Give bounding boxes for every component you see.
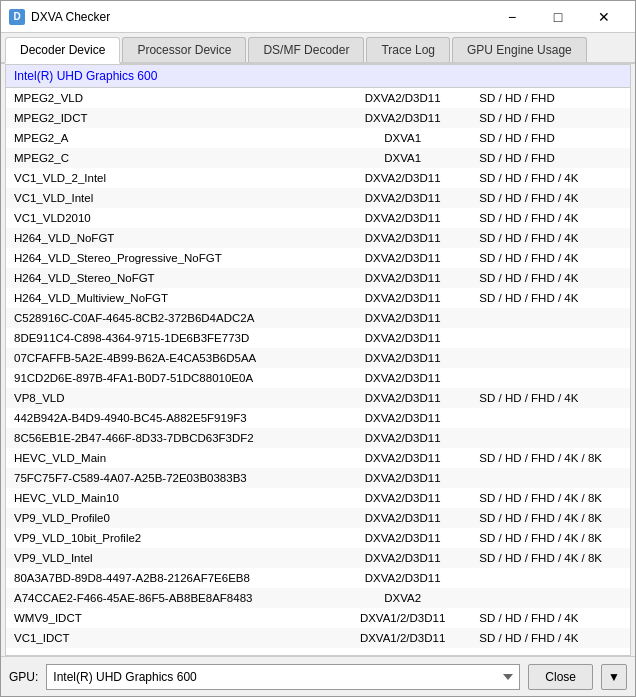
- codec-name: VC1_VLD_2_Intel: [6, 168, 334, 188]
- resolution: [471, 408, 630, 428]
- codec-name: 07CFAFFB-5A2E-4B99-B62A-E4CA53B6D5AA: [6, 348, 334, 368]
- resolution: SD / HD / FHD: [471, 148, 630, 168]
- codec-name: MPEG2_A: [6, 128, 334, 148]
- api-version: DXVA2/D3D11: [334, 268, 471, 288]
- api-version: DXVA2/D3D11: [334, 508, 471, 528]
- resolution: [471, 588, 630, 608]
- table-row: 07CFAFFB-5A2E-4B99-B62A-E4CA53B6D5AADXVA…: [6, 348, 630, 368]
- table-row: 442B942A-B4D9-4940-BC45-A882E5F919F3DXVA…: [6, 408, 630, 428]
- table-row: H264_VLD_Stereo_NoFGTDXVA2/D3D11SD / HD …: [6, 268, 630, 288]
- tab-ds-mf-decoder[interactable]: DS/MF Decoder: [248, 37, 364, 62]
- resolution: [471, 568, 630, 588]
- api-version: DXVA2/D3D11: [334, 468, 471, 488]
- table-row: VC1_IDCTDXVA1/2/D3D11SD / HD / FHD / 4K: [6, 628, 630, 648]
- api-version: DXVA2/D3D11: [334, 428, 471, 448]
- close-window-button[interactable]: ✕: [581, 1, 627, 33]
- title-bar-left: D DXVA Checker: [9, 9, 110, 25]
- table-row: MPEG2_VLDDXVA2/D3D11SD / HD / FHD: [6, 88, 630, 108]
- resolution: SD / HD / FHD / 4K: [471, 208, 630, 228]
- resolution: [471, 348, 630, 368]
- api-version: DXVA2/D3D11: [334, 208, 471, 228]
- table-row: MPEG2_ADXVA1SD / HD / FHD: [6, 128, 630, 148]
- minimize-button[interactable]: −: [489, 1, 535, 33]
- app-icon: D: [9, 9, 25, 25]
- api-version: DXVA2/D3D11: [334, 188, 471, 208]
- tab-decoder-device[interactable]: Decoder Device: [5, 37, 120, 64]
- codec-name: VC1_VLD_Intel: [6, 188, 334, 208]
- api-version: DXVA1/2/D3D11: [334, 628, 471, 648]
- resolution: SD / HD / FHD / 4K: [471, 188, 630, 208]
- resolution: SD / HD / FHD / 4K: [471, 168, 630, 188]
- gpu-header: Intel(R) UHD Graphics 600: [6, 65, 630, 88]
- decoder-table-container[interactable]: MPEG2_VLDDXVA2/D3D11SD / HD / FHDMPEG2_I…: [6, 88, 630, 655]
- table-row: VP9_VLD_10bit_Profile2DXVA2/D3D11SD / HD…: [6, 528, 630, 548]
- api-version: DXVA1/2/D3D11: [334, 608, 471, 628]
- resolution: SD / HD / FHD / 4K / 8K: [471, 548, 630, 568]
- resolution: SD / HD / FHD / 4K / 8K: [471, 528, 630, 548]
- table-row: HEVC_VLD_MainDXVA2/D3D11SD / HD / FHD / …: [6, 448, 630, 468]
- table-row: WMV9_IDCTDXVA1/2/D3D11SD / HD / FHD / 4K: [6, 608, 630, 628]
- codec-name: 442B942A-B4D9-4940-BC45-A882E5F919F3: [6, 408, 334, 428]
- tab-bar: Decoder Device Processor Device DS/MF De…: [1, 33, 635, 64]
- codec-name: VP9_VLD_Profile0: [6, 508, 334, 528]
- codec-name: A74CCAE2-F466-45AE-86F5-AB8BE8AF8483: [6, 588, 334, 608]
- title-bar: D DXVA Checker − □ ✕: [1, 1, 635, 33]
- tab-processor-device[interactable]: Processor Device: [122, 37, 246, 62]
- resolution: SD / HD / FHD / 4K: [471, 608, 630, 628]
- table-row: MPEG2_CDXVA1SD / HD / FHD: [6, 148, 630, 168]
- api-version: DXVA2/D3D11: [334, 248, 471, 268]
- resolution: SD / HD / FHD / 4K: [471, 628, 630, 648]
- codec-name: 8DE911C4-C898-4364-9715-1DE6B3FE773D: [6, 328, 334, 348]
- codec-name: 75FC75F7-C589-4A07-A25B-72E03B0383B3: [6, 468, 334, 488]
- api-version: DXVA2/D3D11: [334, 488, 471, 508]
- resolution: SD / HD / FHD / 4K / 8K: [471, 488, 630, 508]
- table-row: VC1_VLD_IntelDXVA2/D3D11SD / HD / FHD / …: [6, 188, 630, 208]
- api-version: DXVA1: [334, 148, 471, 168]
- codec-name: 91CD2D6E-897B-4FA1-B0D7-51DC88010E0A: [6, 368, 334, 388]
- codec-name: VC1_IDCT: [6, 628, 334, 648]
- resolution: SD / HD / FHD / 4K: [471, 268, 630, 288]
- tab-gpu-engine-usage[interactable]: GPU Engine Usage: [452, 37, 587, 62]
- api-version: DXVA2/D3D11: [334, 388, 471, 408]
- api-version: DXVA2/D3D11: [334, 448, 471, 468]
- resolution: [471, 368, 630, 388]
- table-row: VP9_VLD_IntelDXVA2/D3D11SD / HD / FHD / …: [6, 548, 630, 568]
- codec-name: H264_VLD_Stereo_Progressive_NoFGT: [6, 248, 334, 268]
- resolution: SD / HD / FHD / 4K: [471, 228, 630, 248]
- api-version: DXVA2/D3D11: [334, 228, 471, 248]
- gpu-select[interactable]: Intel(R) UHD Graphics 600: [46, 664, 520, 690]
- tab-trace-log[interactable]: Trace Log: [366, 37, 450, 62]
- table-row: H264_VLD_NoFGTDXVA2/D3D11SD / HD / FHD /…: [6, 228, 630, 248]
- table-row: A74CCAE2-F466-45AE-86F5-AB8BE8AF8483DXVA…: [6, 588, 630, 608]
- api-version: DXVA2/D3D11: [334, 548, 471, 568]
- api-version: DXVA2/D3D11: [334, 328, 471, 348]
- arrow-button[interactable]: ▼: [601, 664, 627, 690]
- codec-name: 80A3A7BD-89D8-4497-A2B8-2126AF7E6EB8: [6, 568, 334, 588]
- codec-name: MPEG2_IDCT: [6, 108, 334, 128]
- codec-name: 8C56EB1E-2B47-466F-8D33-7DBCD63F3DF2: [6, 428, 334, 448]
- api-version: DXVA2/D3D11: [334, 168, 471, 188]
- table-row: 80A3A7BD-89D8-4497-A2B8-2126AF7E6EB8DXVA…: [6, 568, 630, 588]
- table-row: VP9_VLD_Profile0DXVA2/D3D11SD / HD / FHD…: [6, 508, 630, 528]
- resolution: SD / HD / FHD / 4K / 8K: [471, 508, 630, 528]
- codec-name: H264_VLD_Stereo_NoFGT: [6, 268, 334, 288]
- content-area: Intel(R) UHD Graphics 600 MPEG2_VLDDXVA2…: [5, 64, 631, 656]
- resolution: SD / HD / FHD / 4K: [471, 288, 630, 308]
- codec-name: VP8_VLD: [6, 388, 334, 408]
- codec-name: HEVC_VLD_Main10: [6, 488, 334, 508]
- table-row: VC1_VLD2010DXVA2/D3D11SD / HD / FHD / 4K: [6, 208, 630, 228]
- resolution: [471, 308, 630, 328]
- api-version: DXVA2/D3D11: [334, 108, 471, 128]
- api-version: DXVA2/D3D11: [334, 368, 471, 388]
- resolution: SD / HD / FHD / 4K: [471, 248, 630, 268]
- table-row: H264_VLD_Multiview_NoFGTDXVA2/D3D11SD / …: [6, 288, 630, 308]
- resolution: [471, 328, 630, 348]
- codec-name: MPEG2_VLD: [6, 88, 334, 108]
- resolution: [471, 468, 630, 488]
- table-row: 91CD2D6E-897B-4FA1-B0D7-51DC88010E0ADXVA…: [6, 368, 630, 388]
- table-row: C528916C-C0AF-4645-8CB2-372B6D4ADC2ADXVA…: [6, 308, 630, 328]
- close-button[interactable]: Close: [528, 664, 593, 690]
- table-row: H264_VLD_Stereo_Progressive_NoFGTDXVA2/D…: [6, 248, 630, 268]
- maximize-button[interactable]: □: [535, 1, 581, 33]
- api-version: DXVA2: [334, 588, 471, 608]
